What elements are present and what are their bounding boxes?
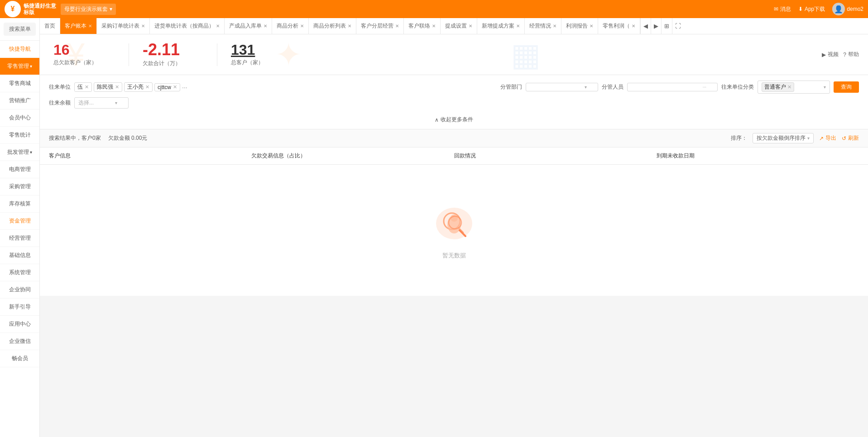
workspace-selector[interactable]: 母婴行业演示账套 ▾ bbox=[61, 4, 116, 15]
tag-close-unit-class[interactable]: ✕ bbox=[787, 84, 791, 90]
empty-state: 暂无数据 bbox=[40, 165, 868, 296]
sidebar-item-operation-mgmt[interactable]: 经营管理 bbox=[0, 230, 39, 247]
tab-commission-settings[interactable]: 提成设置 ✕ bbox=[441, 18, 477, 34]
sort-label: 排序： bbox=[731, 134, 747, 142]
filter-balance-select[interactable]: 选择... ▾ bbox=[74, 97, 129, 109]
filter-row-2: 往来余额 选择... ▾ bbox=[49, 97, 859, 109]
tab-product-analysis[interactable]: 商品分析 ✕ bbox=[272, 18, 309, 34]
tab-product-analysis-list[interactable]: 商品分析列表 ✕ bbox=[309, 18, 356, 34]
tab-new-commission-plan[interactable]: 新增提成方案 ✕ bbox=[477, 18, 525, 34]
stat-total-customers-debt: 16 总欠款客户（家） bbox=[49, 43, 115, 66]
app-wrapper: ¥ 畅捷通好生意 标版 母婴行业演示账套 ▾ ✉ 消息 ⬇ App下载 👤 bbox=[0, 0, 868, 437]
ellipsis-icon: ··· bbox=[703, 85, 706, 90]
sidebar-item-member-center[interactable]: 会员中心 bbox=[0, 109, 39, 127]
filter-tag-close-wang[interactable]: ✕ bbox=[145, 84, 149, 90]
sidebar-item-enterprise-wechat[interactable]: 企业微信 bbox=[0, 333, 39, 350]
tab-customer-contact[interactable]: 客户联络 ✕ bbox=[404, 18, 441, 34]
tab-close-icon[interactable]: ✕ bbox=[264, 24, 267, 28]
sidebar-item-retail-stats[interactable]: 零售统计 bbox=[0, 127, 39, 144]
filter-dept-label: 分管部门 bbox=[500, 83, 522, 91]
filter-dept-select[interactable]: ▾ bbox=[526, 83, 598, 91]
tab-product-inbound[interactable]: 产成品入库单 ✕ bbox=[225, 18, 272, 34]
collapse-button[interactable]: ∧ 收起更多条件 bbox=[435, 116, 473, 124]
filter-unit-class-label: 往来单位分类 bbox=[721, 83, 754, 91]
app-title: 畅捷通好生意 标版 bbox=[24, 3, 56, 16]
tab-profit-report[interactable]: 利润报告 ✕ bbox=[561, 18, 598, 34]
tab-scroll-right[interactable]: ▶ bbox=[651, 18, 661, 34]
tab-close-icon[interactable]: ✕ bbox=[632, 24, 635, 28]
chevron-down-icon: ▾ bbox=[807, 136, 810, 141]
video-button[interactable]: ▶ 视频 bbox=[822, 51, 839, 58]
help-button[interactable]: ? 帮助 bbox=[843, 51, 859, 58]
table-header: 客户信息 欠款交易信息（占比） 回款情况 到期未收款日期 bbox=[40, 147, 868, 165]
sidebar-item-inventory-check[interactable]: 库存核算 bbox=[0, 195, 39, 213]
result-debt: 欠款金额 0.00元 bbox=[108, 134, 148, 142]
tab-customer-layer[interactable]: 客户分层经营 ✕ bbox=[356, 18, 404, 34]
tab-close-icon[interactable]: ✕ bbox=[88, 24, 92, 28]
stat-label-2: 欠款合计（万） bbox=[143, 60, 181, 67]
tab-home[interactable]: 首页 bbox=[40, 18, 60, 34]
app-download-button[interactable]: ⬇ App下载 bbox=[798, 5, 825, 13]
sidebar-item-retail-mall[interactable]: 零售商城 bbox=[0, 75, 39, 92]
sidebar-item-ecommerce-mgmt[interactable]: 电商管理 bbox=[0, 161, 39, 178]
query-button[interactable]: 查询 bbox=[834, 81, 859, 93]
sidebar-item-enterprise-collab[interactable]: 企业协同 bbox=[0, 281, 39, 299]
filter-source-unit-label: 往来单位 bbox=[49, 83, 71, 91]
tab-close-icon[interactable]: ✕ bbox=[300, 24, 304, 28]
tab-fullscreen[interactable]: ⛶ bbox=[672, 18, 684, 34]
filter-balance-label: 往来余额 bbox=[49, 99, 71, 107]
logo-area: ¥ 畅捷通好生意 标版 bbox=[5, 1, 56, 17]
tab-close-icon[interactable]: ✕ bbox=[216, 24, 220, 28]
filter-more-btn[interactable]: ··· bbox=[182, 84, 187, 91]
tab-close-icon[interactable]: ✕ bbox=[348, 24, 351, 28]
filter-tag-close-wu[interactable]: ✕ bbox=[85, 84, 89, 90]
tab-close-icon[interactable]: ✕ bbox=[469, 24, 472, 28]
sidebar-item-system-mgmt[interactable]: 系统管理 bbox=[0, 264, 39, 281]
sidebar-item-retail-mgmt[interactable]: 零售管理 ▾ bbox=[0, 58, 39, 75]
filter-tag-close-cjttcw[interactable]: ✕ bbox=[173, 84, 177, 90]
export-button[interactable]: ↗ 导出 bbox=[819, 134, 836, 142]
sidebar-item-marketing[interactable]: 营销推广 bbox=[0, 92, 39, 109]
tab-scroll-left[interactable]: ◀ bbox=[640, 18, 651, 34]
tab-retail-profit[interactable]: 零售利润（ ✕ bbox=[598, 18, 640, 34]
filter-person-select[interactable]: ··· bbox=[627, 83, 718, 91]
sidebar-item-wholesale-mgmt[interactable]: 批发管理 ▾ bbox=[0, 144, 39, 161]
tab-close-icon[interactable]: ✕ bbox=[516, 24, 520, 28]
tab-purchase-stats-by-product[interactable]: 进货单统计表（按商品） ✕ bbox=[150, 18, 225, 34]
tab-close-icon[interactable]: ✕ bbox=[590, 24, 593, 28]
user-menu[interactable]: 👤 demo2 bbox=[832, 3, 863, 15]
sidebar-item-new-guide[interactable]: 新手引导 bbox=[0, 299, 39, 316]
tab-close-icon[interactable]: ✕ bbox=[395, 24, 399, 28]
filter-tags: 伍 ✕ 陈民强 ✕ 王小亮 ✕ bbox=[74, 82, 497, 92]
tab-more[interactable]: ⊞ bbox=[661, 18, 672, 34]
filter-tag-close-chen[interactable]: ✕ bbox=[115, 84, 119, 90]
help-icon: ? bbox=[843, 52, 846, 58]
main-layout: 搜索菜单 快捷导航 零售管理 ▾ 零售商城 营销推广 会员中心 零售统计 批发管… bbox=[0, 18, 868, 437]
filter-tag-cjttcw: cjttcw ✕ bbox=[154, 83, 180, 91]
data-table: 客户信息 欠款交易信息（占比） 回款情况 到期未收款日期 bbox=[40, 147, 868, 296]
chevron-down-icon: ▾ bbox=[585, 85, 587, 90]
tab-close-icon[interactable]: ✕ bbox=[553, 24, 556, 28]
result-bar-right: 排序： 按欠款金额倒序排序 ▾ ↗ 导出 ↺ 刷新 bbox=[731, 133, 859, 143]
col-header-repay: 回款情况 bbox=[454, 152, 657, 160]
result-customers: 搜索结果中，客户0家 bbox=[49, 134, 101, 142]
sidebar-item-purchase-mgmt[interactable]: 采购管理 bbox=[0, 178, 39, 195]
tab-customer-ledger[interactable]: 客户账本 ✕ bbox=[60, 18, 97, 34]
download-icon: ⬇ bbox=[798, 6, 803, 12]
tab-close-icon[interactable]: ✕ bbox=[141, 24, 145, 28]
sidebar-item-app-center[interactable]: 应用中心 bbox=[0, 316, 39, 333]
sidebar-item-quick-nav[interactable]: 快捷导航 bbox=[0, 41, 39, 58]
sidebar-item-chang-member[interactable]: 畅会员 bbox=[0, 350, 39, 367]
stat-total-customers: 131 总客户（家） bbox=[231, 43, 282, 66]
tab-purchase-order-stats[interactable]: 采购订单统计表 ✕ bbox=[97, 18, 150, 34]
sidebar-item-basic-info[interactable]: 基础信息 bbox=[0, 247, 39, 264]
refresh-button[interactable]: ↺ 刷新 bbox=[842, 134, 859, 142]
sidebar-item-capital-mgmt[interactable]: 资金管理 bbox=[0, 213, 39, 230]
message-button[interactable]: ✉ 消息 bbox=[774, 5, 791, 13]
filter-unit-class-select[interactable]: 普通客户 ✕ ▾ bbox=[758, 81, 830, 94]
sort-select[interactable]: 按欠款金额倒序排序 ▾ bbox=[753, 133, 814, 143]
stats-bar: ¥ 16 总欠款客户（家） ✦ -2.11 欠款合计（万） bbox=[40, 34, 868, 75]
tab-close-icon[interactable]: ✕ bbox=[432, 24, 436, 28]
tab-operation-status[interactable]: 经营情况 ✕ bbox=[525, 18, 561, 34]
search-menu-button[interactable]: 搜索菜单 bbox=[4, 23, 36, 36]
